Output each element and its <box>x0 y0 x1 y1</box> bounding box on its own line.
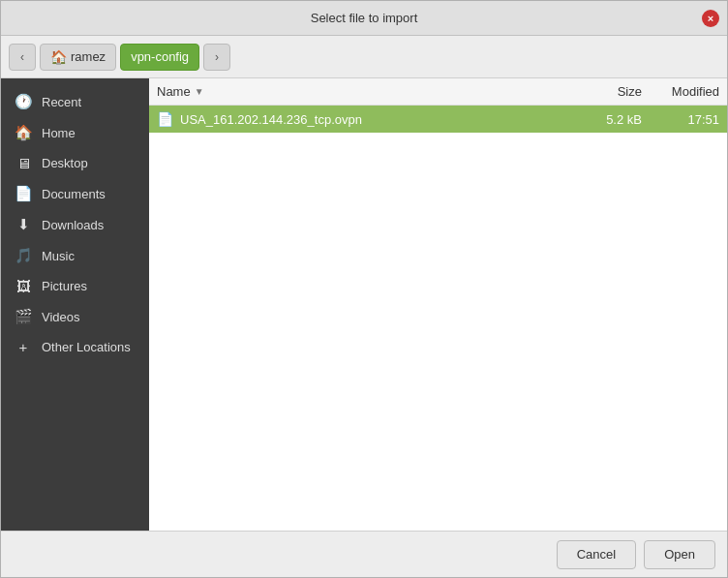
breadcrumb-folder-label: vpn-config <box>131 49 189 64</box>
file-name: USA_161.202.144.236_tcp.ovpn <box>176 112 582 127</box>
downloads-icon: ⬇ <box>15 216 32 233</box>
forward-button[interactable]: › <box>203 44 230 71</box>
sort-arrow-icon: ▼ <box>195 86 204 97</box>
bottom-bar: Cancel Open <box>1 531 727 577</box>
dialog-title: Select file to import <box>311 11 418 25</box>
pictures-icon: 🖼 <box>15 278 32 294</box>
column-size[interactable]: Size <box>582 84 650 99</box>
sidebar-label-downloads: Downloads <box>42 218 104 232</box>
file-list-header: Name ▼ Size Modified <box>149 78 727 106</box>
recent-icon: 🕐 <box>15 93 32 110</box>
file-list: 📄 USA_161.202.144.236_tcp.ovpn 5.2 kB 17… <box>149 106 727 531</box>
sidebar: 🕐 Recent 🏠 Home 🖥 Desktop 📄 Documents ⬇ … <box>1 78 149 531</box>
videos-icon: 🎬 <box>15 308 32 325</box>
main-area: 🕐 Recent 🏠 Home 🖥 Desktop 📄 Documents ⬇ … <box>1 78 727 531</box>
home-icon: 🏠 <box>50 49 67 65</box>
sidebar-label-recent: Recent <box>42 95 81 109</box>
music-icon: 🎵 <box>15 247 32 264</box>
sidebar-label-other-locations: Other Locations <box>42 340 131 354</box>
sidebar-item-pictures[interactable]: 🖼 Pictures <box>1 271 149 301</box>
sidebar-label-documents: Documents <box>42 187 106 201</box>
sidebar-label-home: Home <box>42 126 76 140</box>
file-dialog: Select file to import × ‹ 🏠 ramez vpn-co… <box>0 0 728 578</box>
title-bar: Select file to import × <box>1 1 727 36</box>
breadcrumb-home-label: ramez <box>71 49 106 64</box>
sidebar-item-documents[interactable]: 📄 Documents <box>1 178 149 209</box>
table-row[interactable]: 📄 USA_161.202.144.236_tcp.ovpn 5.2 kB 17… <box>149 106 727 133</box>
sidebar-item-home[interactable]: 🏠 Home <box>1 117 149 148</box>
file-area: Name ▼ Size Modified 📄 USA_161.202.144.2… <box>149 78 727 531</box>
sidebar-label-pictures: Pictures <box>42 279 87 293</box>
desktop-icon: 🖥 <box>15 155 32 171</box>
sidebar-label-videos: Videos <box>42 310 80 324</box>
sidebar-label-music: Music <box>42 249 75 263</box>
close-button[interactable]: × <box>702 10 719 27</box>
sidebar-label-desktop: Desktop <box>42 156 88 170</box>
open-button[interactable]: Open <box>644 540 715 569</box>
sidebar-item-recent[interactable]: 🕐 Recent <box>1 86 149 117</box>
file-size: 5.2 kB <box>582 112 650 127</box>
cancel-button[interactable]: Cancel <box>557 540 636 569</box>
column-name[interactable]: Name ▼ <box>149 84 582 99</box>
file-modified: 17:51 <box>650 112 727 127</box>
documents-icon: 📄 <box>15 185 32 202</box>
back-button[interactable]: ‹ <box>9 44 36 71</box>
toolbar: ‹ 🏠 ramez vpn-config › <box>1 36 727 78</box>
column-modified[interactable]: Modified <box>650 84 727 99</box>
sidebar-item-other-locations[interactable]: + Other Locations <box>1 332 149 362</box>
sidebar-item-videos[interactable]: 🎬 Videos <box>1 301 149 332</box>
breadcrumb-folder[interactable]: vpn-config <box>120 44 199 71</box>
sidebar-item-downloads[interactable]: ⬇ Downloads <box>1 209 149 240</box>
home-sidebar-icon: 🏠 <box>15 124 32 141</box>
breadcrumb-home[interactable]: 🏠 ramez <box>40 44 116 71</box>
sidebar-item-desktop[interactable]: 🖥 Desktop <box>1 148 149 178</box>
sidebar-item-music[interactable]: 🎵 Music <box>1 240 149 271</box>
other-locations-icon: + <box>15 339 32 355</box>
file-type-icon: 📄 <box>149 111 176 127</box>
